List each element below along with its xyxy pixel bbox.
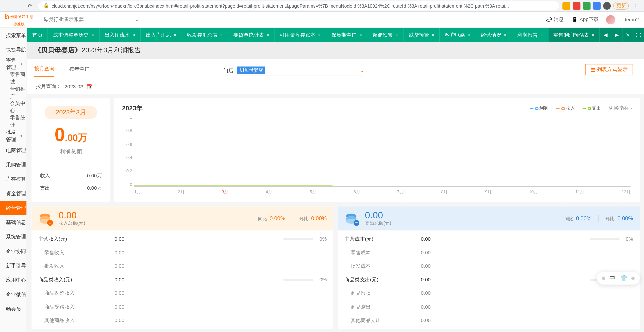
legend-item[interactable]: 支出 bbox=[582, 105, 601, 111]
sidebar-item[interactable]: 基础信息 bbox=[0, 215, 27, 230]
forward-button[interactable]: → bbox=[14, 1, 24, 10]
chart-plot[interactable]: 10.80.60.40.20 1月2月3月4月5月6月7月8月9月10月11月1… bbox=[122, 115, 632, 195]
filter-tab-year[interactable]: 按年查询 bbox=[69, 66, 90, 76]
tab[interactable]: 成本调整单历史× bbox=[48, 28, 99, 41]
close-icon[interactable]: × bbox=[174, 32, 176, 37]
tab[interactable]: 首页 bbox=[27, 28, 48, 41]
extension-icon[interactable] bbox=[562, 2, 570, 10]
close-icon[interactable]: × bbox=[267, 32, 269, 37]
sidebar-item[interactable]: 批发管理▼ bbox=[0, 129, 27, 143]
tab[interactable]: 出入库汇总× bbox=[141, 28, 182, 41]
app-header: b畅捷通好生意 标准版 母婴行业演示账套⌄ 💬消息 📱App下载 demo2 bbox=[0, 12, 644, 28]
message-icon: 💬 bbox=[546, 17, 552, 23]
sidebar-item[interactable]: 营销推广 bbox=[0, 86, 27, 100]
page-title: 《贝贝母婴店》2023年3月利润报告 bbox=[27, 42, 644, 59]
tab[interactable]: 超储预警× bbox=[367, 28, 404, 41]
panel-row: 其他商品支出0.00 bbox=[344, 314, 633, 327]
filter-tab-month[interactable]: 按月查询 bbox=[34, 65, 54, 77]
list-view-button[interactable]: ☰列表方式显示 bbox=[585, 64, 633, 75]
close-icon[interactable]: × bbox=[540, 32, 543, 37]
sidebar-item[interactable]: 零售管理▲ bbox=[0, 57, 27, 71]
sidebar-item[interactable]: 零售商城 bbox=[0, 71, 27, 86]
sidebar-item[interactable]: 企业协同 bbox=[0, 244, 27, 258]
expense-total: 0.00 bbox=[365, 211, 391, 220]
expense-panel: 0.00 支出总额(元) 同比0.00% 环比0.00% 主营成本(元)0.00… bbox=[338, 206, 640, 329]
close-icon[interactable]: × bbox=[359, 32, 362, 37]
close-icon[interactable]: × bbox=[504, 32, 507, 37]
url-text: cloud.chanjet.com/hsy/u4oor/4daqxn/lore3… bbox=[52, 3, 509, 8]
extension-icon[interactable] bbox=[573, 2, 581, 10]
tab[interactable]: 经营情况× bbox=[476, 28, 512, 41]
close-icon[interactable]: × bbox=[318, 32, 321, 37]
profit-total: 0.00万 bbox=[37, 125, 105, 144]
shirt-icon: 👕 bbox=[620, 275, 627, 282]
extension-icon[interactable] bbox=[593, 2, 601, 10]
dot-icon bbox=[602, 277, 605, 280]
sidebar-item[interactable]: 搜索菜单 bbox=[0, 28, 27, 42]
reload-button[interactable]: ⟳ bbox=[25, 1, 35, 10]
tab[interactable]: 保质期查询× bbox=[326, 28, 367, 41]
sidebar-item[interactable]: 经营管理 bbox=[0, 201, 27, 215]
close-icon[interactable]: × bbox=[91, 32, 94, 37]
tab-scroll-left[interactable]: ◀ bbox=[600, 28, 611, 41]
address-bar[interactable]: 🔒 cloud.chanjet.com/hsy/u4oor/4daqxn/lor… bbox=[38, 1, 559, 10]
profit-label: 利润总额 bbox=[37, 148, 105, 156]
close-icon[interactable]: × bbox=[132, 32, 135, 37]
sidebar-item[interactable]: 应用中心 bbox=[0, 273, 27, 287]
sidebar-item[interactable]: 快捷导航 bbox=[0, 42, 27, 57]
tab[interactable]: 客户联络× bbox=[440, 28, 476, 41]
sidebar-item[interactable]: 畅会员 bbox=[0, 301, 27, 316]
panel-row: 商品受赠收入0.00 bbox=[38, 300, 327, 313]
tab[interactable]: 利润报告× bbox=[512, 28, 548, 41]
username[interactable]: demo2 bbox=[623, 17, 639, 23]
store-select[interactable]: 贝贝母婴店 ⌄ bbox=[237, 66, 364, 75]
tab-close-all[interactable]: ✕ bbox=[622, 28, 633, 41]
panel-row: 批发收入0.00 bbox=[38, 259, 327, 273]
legend-item[interactable]: 收入 bbox=[556, 105, 575, 111]
close-icon[interactable]: × bbox=[395, 32, 398, 37]
legend-item[interactable]: 利润 bbox=[530, 105, 549, 111]
tab-fullscreen[interactable]: ⛶ bbox=[633, 28, 644, 41]
profile-icon[interactable] bbox=[603, 2, 611, 10]
sidebar-item[interactable]: 采购管理 bbox=[0, 158, 27, 172]
tab[interactable]: 出入库流水× bbox=[99, 28, 141, 41]
tab[interactable]: 要货单统计表× bbox=[228, 28, 275, 41]
tab[interactable]: 零售利润预估表× bbox=[548, 28, 600, 41]
close-icon[interactable]: × bbox=[592, 32, 594, 37]
close-icon[interactable]: × bbox=[220, 32, 223, 37]
tab[interactable]: 缺货预警× bbox=[404, 28, 440, 41]
sidebar-item[interactable]: 资金管理 bbox=[0, 186, 27, 201]
sidebar-item[interactable]: 新手引导 bbox=[0, 258, 27, 273]
ime-widget[interactable]: 中 👕 bbox=[597, 272, 640, 285]
tab-scroll-right[interactable]: ▶ bbox=[611, 28, 622, 41]
browser-toolbar: ← → ⟳ 🔒 cloud.chanjet.com/hsy/u4oor/4daq… bbox=[0, 0, 644, 12]
sidebar-item[interactable]: 零售统计 bbox=[0, 114, 27, 129]
list-icon: ☰ bbox=[591, 67, 595, 73]
app-download-link[interactable]: 📱App下载 bbox=[572, 16, 599, 23]
store-label: 门店 bbox=[223, 67, 233, 74]
close-icon[interactable]: × bbox=[468, 32, 471, 37]
switch-indicator[interactable]: 切换指标 › bbox=[608, 105, 632, 112]
back-button[interactable]: ← bbox=[3, 1, 13, 10]
sidebar-item[interactable]: 库存核算 bbox=[0, 172, 27, 186]
extension-icon[interactable] bbox=[583, 2, 591, 10]
svg-rect-9 bbox=[355, 222, 358, 223]
messages-link[interactable]: 💬消息 bbox=[546, 16, 564, 23]
browser-menu-icon[interactable]: ⋮ bbox=[631, 1, 641, 10]
tab[interactable]: 收发存汇总表× bbox=[182, 28, 228, 41]
calendar-icon[interactable]: 📅 bbox=[87, 83, 93, 89]
update-badge[interactable]: 更新 bbox=[613, 2, 629, 10]
income-total: 0.00 bbox=[59, 211, 85, 220]
sidebar-item[interactable]: 电商管理 bbox=[0, 143, 27, 158]
logo[interactable]: b畅捷通好生意 标准版 bbox=[0, 12, 38, 27]
sidebar: 搜索菜单快捷导航零售管理▲零售商城营销推广会员中心零售统计批发管理▼电商管理采购… bbox=[0, 28, 27, 332]
tab[interactable]: 可用量库存账本× bbox=[275, 28, 326, 41]
sidebar-item[interactable]: 企业微信 bbox=[0, 287, 27, 301]
account-selector[interactable]: 母婴行业演示账套⌄ bbox=[43, 16, 139, 23]
close-icon[interactable]: × bbox=[432, 32, 434, 37]
avatar[interactable] bbox=[606, 15, 616, 24]
month-pill: 2023年3月 bbox=[45, 106, 97, 119]
sidebar-item[interactable]: 系统管理 bbox=[0, 230, 27, 244]
sidebar-item[interactable]: 会员中心 bbox=[0, 100, 27, 114]
panel-row: 商品盘盈收入0.00 bbox=[38, 286, 327, 300]
